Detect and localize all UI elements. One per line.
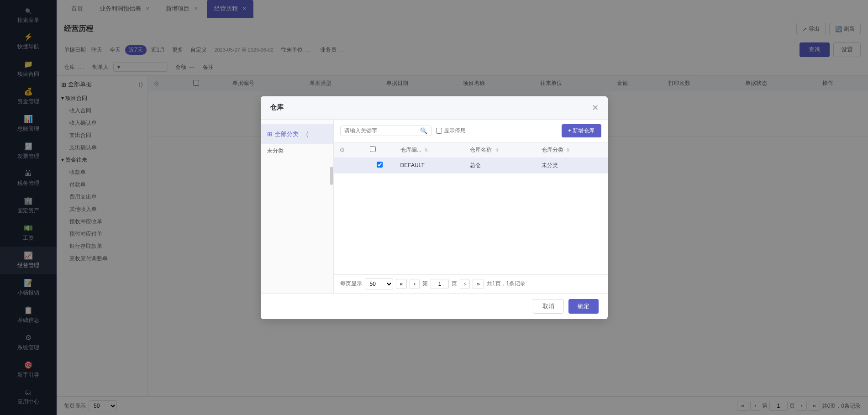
modal-prev-btn[interactable]: ‹ (410, 279, 420, 289)
sort-cat-icon[interactable]: ⇅ (566, 147, 570, 152)
modal-first-btn[interactable]: « (396, 279, 407, 289)
warehouse-modal: 仓库 ✕ ⊞ 全部分类 ⟨ 未分类 (261, 96, 608, 319)
modal-th-gear: ⚙ (334, 142, 364, 158)
modal-row-select[interactable] (377, 162, 383, 168)
modal-title: 仓库 (270, 103, 284, 112)
modal-row-checkbox[interactable] (364, 158, 395, 173)
modal-search-wrap: 🔍 (340, 126, 431, 136)
modal-table-row[interactable]: DEFAULT 总仓 未分类 (334, 158, 608, 173)
grid-icon-modal: ⊞ (267, 131, 272, 137)
modal-pagination: 每页显示 50 « ‹ 第 页 › » 共1页，1条记录 (334, 274, 608, 293)
modal-total-label: 共1页，1条记录 (487, 280, 526, 288)
modal-next-btn[interactable]: › (460, 279, 470, 289)
modal-select-all[interactable] (370, 146, 376, 152)
modal-per-page-select[interactable]: 50 (365, 278, 393, 289)
modal-row-code: DEFAULT (395, 158, 465, 173)
modal-warehouse-table: ⚙ 仓库编... ⇅ 仓库名称 ⇅ (334, 142, 608, 173)
modal-toolbar: 🔍 显示停用 + 新增仓库 (334, 120, 608, 142)
modal-th-name: 仓库名称 ⇅ (464, 142, 536, 158)
modal-last-btn[interactable]: » (473, 279, 484, 289)
show-disabled-checkbox[interactable] (436, 128, 442, 134)
modal-cat-all[interactable]: ⊞ 全部分类 ⟨ (261, 124, 333, 144)
modal-overlay[interactable]: 仓库 ✕ ⊞ 全部分类 ⟨ 未分类 (0, 0, 868, 415)
modal-table-wrap: ⚙ 仓库编... ⇅ 仓库名称 ⇅ (334, 142, 608, 274)
show-disabled-label[interactable]: 显示停用 (436, 127, 466, 135)
modal-page-input[interactable] (431, 279, 449, 289)
left-collapse-icon[interactable]: ⟨ (301, 128, 313, 141)
modal-row-category: 未分类 (536, 158, 608, 173)
modal-row-name: 总仓 (464, 158, 536, 173)
modal-row-gear (334, 158, 364, 173)
modal-search-input[interactable] (344, 127, 418, 134)
sort-name-icon[interactable]: ⇅ (495, 147, 499, 152)
modal-footer: 取消 确定 (261, 293, 608, 319)
modal-cancel-btn[interactable]: 取消 (533, 299, 564, 314)
modal-th-checkbox[interactable] (364, 142, 395, 158)
modal-cat-uncat[interactable]: 未分类 (261, 144, 333, 158)
modal-body: ⊞ 全部分类 ⟨ 未分类 (261, 120, 608, 293)
show-disabled-text: 显示停用 (444, 127, 466, 135)
modal-close-btn[interactable]: ✕ (592, 103, 599, 113)
modal-cat-all-label: 全部分类 (275, 130, 299, 138)
modal-per-page-label: 每页显示 (340, 280, 362, 288)
modal-confirm-btn[interactable]: 确定 (568, 299, 599, 314)
modal-search-icon: 🔍 (420, 127, 427, 134)
modal-page-label: 第 (422, 280, 428, 288)
modal-category-panel: ⊞ 全部分类 ⟨ 未分类 (261, 120, 334, 293)
modal-th-category: 仓库分类 ⇅ (536, 142, 608, 158)
modal-cat-uncat-label: 未分类 (267, 147, 284, 154)
sort-code-icon[interactable]: ⇅ (424, 147, 428, 152)
modal-page-suffix: 页 (452, 280, 457, 288)
add-warehouse-btn[interactable]: + 新增仓库 (562, 124, 601, 137)
modal-th-code: 仓库编... ⇅ (395, 142, 465, 158)
modal-header: 仓库 ✕ (261, 96, 608, 120)
modal-right-panel: 🔍 显示停用 + 新增仓库 ⚙ (334, 120, 608, 293)
